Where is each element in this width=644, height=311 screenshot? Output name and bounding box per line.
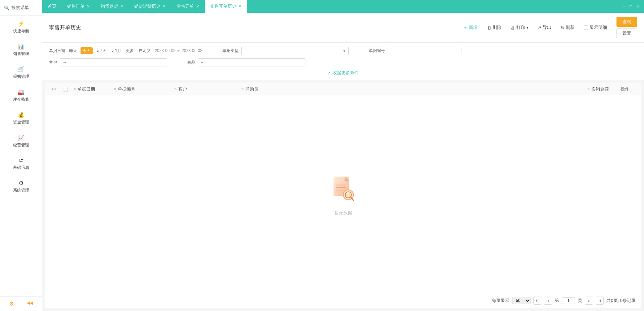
collapse-sidebar-icon[interactable]: ◀◀ bbox=[27, 301, 33, 307]
sidebar-item-label: 快捷导航 bbox=[13, 28, 29, 34]
delete-icon: 🗑 bbox=[487, 25, 491, 30]
sort-icon-customer[interactable]: ⇅ bbox=[174, 87, 177, 91]
page-next-btn[interactable]: ＞ bbox=[585, 297, 593, 305]
jingying-icon: 📈 bbox=[18, 135, 24, 141]
th-number-label: 单据编号 bbox=[118, 86, 135, 92]
main-area: 首页 销售订单 ✕ 销货退货 ✕ 销货退货历史 ✕ 零售开单 ✕ 零售开单历史 … bbox=[42, 0, 644, 311]
sidebar-item-kuaijie[interactable]: ⚡ 快捷导航 bbox=[0, 16, 42, 39]
tab-sales-order-label: 销售订单 bbox=[67, 3, 85, 9]
page-number-input[interactable]: 1 bbox=[562, 297, 575, 304]
sidebar-item-jichu[interactable]: 🗂 基础信息 bbox=[0, 153, 42, 175]
sidebar-item-zijin[interactable]: 💰 资金管理 bbox=[0, 107, 42, 130]
collapse-bar[interactable]: ∧ 收起更多条件 bbox=[49, 70, 637, 76]
content-area: 零售开单历史 ＋ 新增 🗑 删除 🖨 打印 ▾ ↗ 导出 bbox=[42, 13, 644, 311]
th-checkbox[interactable] bbox=[60, 87, 71, 92]
tab-sales-return-history[interactable]: 销货退货历史 ✕ bbox=[129, 0, 171, 13]
empty-text: 暂无数据 bbox=[335, 210, 352, 216]
column-settings-icon[interactable]: ⚙ bbox=[52, 87, 56, 92]
sort-icon-salesperson[interactable]: ⇅ bbox=[241, 87, 244, 91]
total-text: 共0页, 0条记录 bbox=[606, 298, 636, 304]
export-button[interactable]: ↗ 导出 bbox=[535, 23, 554, 32]
date-range-display: 2023-06-02 至 2023-06-02 bbox=[155, 48, 202, 54]
doc-number-input-wrap[interactable] bbox=[388, 47, 461, 55]
tab-retail-open-history[interactable]: 零售开单历史 ✕ bbox=[205, 0, 247, 13]
doc-type-filter-item: 单据类型 ▾ bbox=[222, 47, 349, 55]
tab-sales-return-history-label: 销货退货历史 bbox=[134, 3, 160, 9]
tab-home-label: 首页 bbox=[48, 3, 56, 9]
sidebar-item-label: 经营管理 bbox=[13, 142, 29, 148]
add-icon: ＋ bbox=[463, 24, 467, 31]
collapse-icon: ∧ bbox=[328, 70, 331, 75]
tab-retail-open-label: 零售开单 bbox=[177, 3, 194, 9]
select-all-checkbox[interactable] bbox=[63, 87, 68, 92]
sidebar-search[interactable]: 🔍 搜索采单 bbox=[0, 0, 42, 16]
set-button[interactable]: 设置 bbox=[616, 28, 637, 38]
sort-icon-number[interactable]: ⇅ bbox=[114, 87, 116, 91]
tab-home[interactable]: 首页 bbox=[42, 0, 62, 13]
sidebar-item-jingying[interactable]: 📈 经营管理 bbox=[0, 130, 42, 153]
tab-close-icon[interactable]: ✕ bbox=[196, 4, 199, 9]
xitong-icon: ⚙ bbox=[19, 180, 23, 186]
th-settings[interactable]: ⚙ bbox=[48, 87, 60, 92]
print-icon: 🖨 bbox=[511, 25, 515, 30]
pagination: 每页显示 50 10 20 100 ⟨⟨ ＜ 第 1 页 ＞ ⟩⟩ 共0页, 0… bbox=[45, 293, 641, 308]
tab-close-icon[interactable]: ✕ bbox=[87, 4, 90, 9]
tab-close-icon[interactable]: ✕ bbox=[238, 4, 242, 9]
checkbox-icon bbox=[584, 25, 588, 30]
date-shortcut-more[interactable]: 更多 bbox=[125, 47, 135, 54]
date-shortcut-yesterday[interactable]: 昨天 bbox=[68, 47, 79, 54]
sidebar-item-xitong[interactable]: ⚙ 系统管理 bbox=[0, 175, 42, 198]
date-shortcut-7days[interactable]: 近7天 bbox=[95, 47, 108, 54]
date-shortcut-custom[interactable]: 自定义 bbox=[137, 47, 152, 54]
sidebar-item-xiaoshou[interactable]: 📊 销售管理 bbox=[0, 39, 42, 61]
add-button[interactable]: ＋ 新增 bbox=[460, 23, 480, 32]
window-maximize-btn[interactable]: □ bbox=[630, 4, 632, 9]
page-first-btn[interactable]: ⟨⟨ bbox=[533, 297, 541, 305]
sidebar-item-kucun[interactable]: 🏭 库存核算 bbox=[0, 84, 42, 107]
window-minimize-btn[interactable]: ─ bbox=[623, 4, 626, 9]
customer-input-wrap[interactable] bbox=[60, 58, 167, 66]
doc-type-arrow-icon: ▾ bbox=[343, 48, 346, 53]
date-shortcut-today[interactable]: 今天 bbox=[81, 47, 93, 54]
tab-sales-return[interactable]: 销货退货 ✕ bbox=[95, 0, 129, 13]
tab-close-icon[interactable]: ✕ bbox=[120, 4, 123, 9]
sort-icon-amount[interactable]: ⇅ bbox=[587, 87, 590, 91]
refresh-button[interactable]: ↻ 刷新 bbox=[558, 23, 577, 32]
tab-sales-order[interactable]: 销售订单 ✕ bbox=[62, 0, 95, 13]
print-label: 打印 bbox=[516, 24, 525, 31]
date-shortcut-1month[interactable]: 近1月 bbox=[110, 47, 123, 54]
settings-bottom-icon[interactable]: ⚙ bbox=[9, 301, 14, 307]
th-amount-label: 实销金额 bbox=[591, 86, 609, 92]
page-last-btn[interactable]: ⟩⟩ bbox=[596, 297, 604, 305]
tab-retail-open[interactable]: 零售开单 ✕ bbox=[171, 0, 205, 13]
sidebar-item-caigou[interactable]: 🛒 采购管理 bbox=[0, 61, 42, 84]
kuaijie-icon: ⚡ bbox=[18, 20, 24, 27]
page-size-select[interactable]: 50 10 20 100 bbox=[512, 297, 531, 304]
doc-number-input[interactable] bbox=[391, 49, 458, 53]
sort-asc-icon[interactable]: ⇅ bbox=[73, 87, 76, 91]
sidebar-item-label: 基础信息 bbox=[13, 165, 29, 170]
tab-close-icon[interactable]: ✕ bbox=[162, 4, 166, 9]
query-button[interactable]: 查询 bbox=[616, 17, 637, 27]
toolbar: ＋ 新增 🗑 删除 🖨 打印 ▾ ↗ 导出 ↻ 刷新 bbox=[460, 17, 637, 38]
nav-window-controls: ─ □ ✕ bbox=[623, 4, 644, 9]
page-header: 零售开单历史 ＋ 新增 🗑 删除 🖨 打印 ▾ ↗ 导出 bbox=[42, 13, 644, 43]
goods-input[interactable] bbox=[201, 60, 302, 65]
display-detail-toggle[interactable]: 显示明细 bbox=[581, 23, 610, 32]
doc-type-label: 单据类型 bbox=[222, 48, 239, 54]
goods-filter-item: 商品 bbox=[187, 58, 305, 66]
print-button[interactable]: 🖨 打印 ▾ bbox=[508, 23, 531, 32]
window-close-btn[interactable]: ✕ bbox=[636, 4, 640, 9]
sidebar-bottom: ⚙ ◀◀ bbox=[0, 296, 42, 311]
delete-label: 删除 bbox=[493, 24, 501, 31]
xiaoshou-icon: 📊 bbox=[18, 43, 24, 50]
customer-input[interactable] bbox=[63, 60, 164, 65]
display-detail-label: 显示明细 bbox=[590, 24, 607, 31]
page-prev-btn[interactable]: ＜ bbox=[544, 297, 552, 305]
table-header: ⚙ ⇅ 单据日期 ⇅ 单据编号 ⇅ 客户 ⇅ bbox=[45, 83, 641, 95]
collapse-text: 收起更多条件 bbox=[333, 70, 359, 76]
delete-button[interactable]: 🗑 删除 bbox=[484, 23, 504, 32]
filter-row-1: 单据日期 昨天 今天 近7天 近1月 更多 自定义 2023-06-02 至 2… bbox=[49, 47, 637, 55]
doc-type-select[interactable]: ▾ bbox=[241, 47, 349, 55]
goods-input-wrap[interactable] bbox=[198, 58, 305, 66]
